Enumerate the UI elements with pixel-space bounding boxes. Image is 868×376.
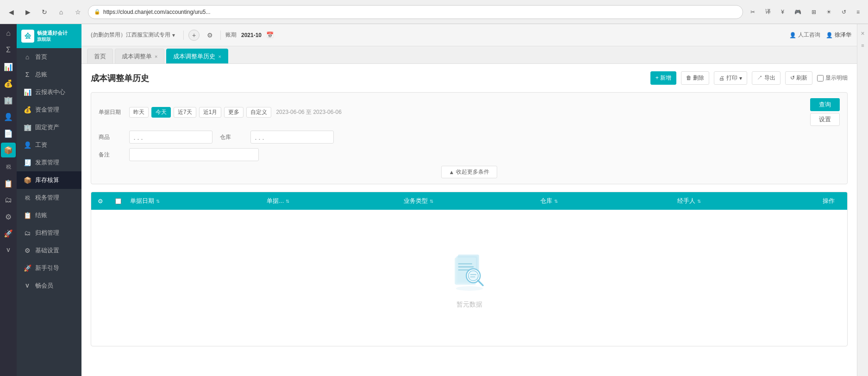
remark-input[interactable] [129,148,259,161]
iconbar-invoice[interactable]: 📄 [1,126,16,141]
topbar-settings-button[interactable]: ⚙ [204,31,216,40]
filter-row-remark: 备注 [99,148,840,161]
game-tool[interactable]: 🎮 [791,7,805,17]
iconbar-member[interactable]: V [1,243,16,257]
new-button[interactable]: + 新增 [650,71,676,85]
date-btn-today[interactable]: 今天 [151,107,171,118]
date-btn-custom[interactable]: 自定义 [246,107,271,118]
tab-bar: 首页 成本调整单 × 成本调整单历史 × [81,46,857,64]
sun-tool[interactable]: ☀ [823,7,835,17]
th-biz-type-label: 业务类型 [404,197,428,205]
company-selector[interactable]: (勿删勿禁用）江西服宝测试专用 ▾ [87,29,179,41]
th-checkbox[interactable] [110,198,126,204]
date-btn-yesterday[interactable]: 昨天 [129,107,149,118]
page-actions: + 新增 🗑 删除 🖨 打印 ▾ ↗ 导出 ↺ 刷新 显示明细 [650,71,848,85]
set-button[interactable]: 设置 [810,113,840,126]
th-warehouse[interactable]: 仓库 ⇅ [537,197,673,205]
forward-button[interactable]: ▶ [21,6,34,19]
print-dropdown-icon[interactable]: ▾ [739,75,742,81]
add-tab-button[interactable]: + [188,30,200,41]
th-handler[interactable]: 经手人 ⇅ [674,197,810,205]
iconbar-close-accounts[interactable]: 📋 [1,176,16,191]
reload-button[interactable]: ↻ [38,6,51,19]
right-panel-close-button[interactable]: × [859,28,866,39]
cut-tool[interactable]: ✂ [747,7,759,17]
sidebar-item-invoice[interactable]: 🧾 发票管理 [17,154,81,171]
right-panel-expand-button[interactable]: ≡ [859,41,866,50]
print-button[interactable]: 🖨 打印 ▾ [714,71,747,85]
url-text: https://cloud.chanjet.com/accounting/uru… [103,9,210,15]
refresh-button[interactable]: ↺ 刷新 [785,71,812,85]
iconbar-home[interactable]: ⌂ [1,26,16,41]
service-button[interactable]: 👤 人工咨询 [789,31,820,39]
calendar-icon[interactable]: 📅 [266,31,274,38]
date-btn-1month[interactable]: 近1月 [199,107,222,118]
sidebar-item-home[interactable]: ⌂ 首页 [17,48,81,66]
tab-cost-adjustment-history[interactable]: 成本调整单历史 × [166,49,228,63]
right-close-bar: × ≡ [857,24,868,376]
tab-home[interactable]: 首页 [87,49,113,63]
back-button[interactable]: ◀ [5,6,18,19]
iconbar-guide[interactable]: 🚀 [1,226,16,241]
sidebar-item-inventory[interactable]: 📦 库存核算 [17,171,81,189]
warehouse-filter-select[interactable]: ... [250,131,334,144]
sidebar-item-archive[interactable]: 🗂 归档管理 [17,224,81,242]
sidebar-item-payroll[interactable]: 👤 工资 [17,136,81,154]
redo-tool[interactable]: ↺ [838,7,850,17]
invoice-icon: 🧾 [23,159,31,166]
user-avatar[interactable]: 👤 徐泽华 [826,31,851,39]
th-date[interactable]: 单据日期 ⇅ [126,197,263,205]
th-handler-sort-icon: ⇅ [697,199,701,204]
sidebar-item-funds[interactable]: 💰 资金管理 [17,101,81,119]
th-biz-type[interactable]: 业务类型 ⇅ [400,197,537,205]
star-button[interactable]: ☆ [71,6,84,19]
sidebar-item-settings[interactable]: ⚙ 基础设置 [17,242,81,259]
iconbar-ledger[interactable]: Σ [1,43,16,57]
sidebar-label-invoice: 发票管理 [35,158,59,167]
date-btn-more[interactable]: 更多 [224,107,244,118]
translate-tool[interactable]: 译 [762,6,774,17]
select-all-checkbox[interactable] [115,198,121,204]
tab-cost-adjustment-close[interactable]: × [155,54,157,59]
iconbar-tax[interactable]: 税 [1,159,16,174]
sidebar-item-ledger[interactable]: Σ 总账 [17,66,81,83]
export-button[interactable]: ↗ 导出 [752,71,780,85]
iconbar-payroll[interactable]: 👤 [1,109,16,124]
home-button[interactable]: ⌂ [55,6,68,19]
grid-tool[interactable]: ⊞ [808,7,820,17]
topbar-right: 👤 人工咨询 👤 徐泽华 [789,31,851,39]
sidebar-item-tax[interactable]: 税 税务管理 [17,189,81,207]
th-doc-no[interactable]: 单据... ⇅ [263,197,400,205]
sidebar-item-assets[interactable]: 🏢 固定资产 [17,119,81,136]
tab-cost-adjustment[interactable]: 成本调整单 × [115,49,164,63]
product-filter-select[interactable]: ... [129,131,212,144]
tab-history-close[interactable]: × [218,54,221,59]
settings-gear-icon[interactable]: ⚙ [98,198,103,205]
sidebar-item-close-accounts[interactable]: 📋 结账 [17,207,81,224]
th-settings[interactable]: ⚙ [91,198,110,205]
show-cols-checkbox[interactable] [817,75,824,81]
iconbar-funds[interactable]: 💰 [1,76,16,91]
sidebar-label-member: 畅会员 [35,282,53,290]
sidebar-label-funds: 资金管理 [35,106,59,114]
page-content: 成本调整单历史 + 新增 🗑 删除 🖨 打印 ▾ ↗ 导出 ↺ 刷新 显示明细 [81,64,857,376]
delete-button[interactable]: 🗑 删除 [681,71,709,85]
search-button[interactable]: 查询 [810,98,840,111]
iconbar-reports[interactable]: 📊 [1,59,16,74]
date-btn-7days[interactable]: 近7天 [174,107,196,118]
collapse-button[interactable]: ▲ 收起更多条件 [441,166,498,178]
iconbar-assets[interactable]: 🏢 [1,93,16,107]
sidebar-item-reports[interactable]: 📊 云报表中心 [17,83,81,101]
warehouse-filter-label: 仓库 [220,133,243,141]
wallet-tool[interactable]: ¥ [777,7,788,17]
iconbar-inventory[interactable]: 📦 [1,143,16,157]
address-bar[interactable]: 🔒 https://cloud.chanjet.com/accounting/u… [88,5,743,19]
iconbar-settings[interactable]: ⚙ [1,209,16,224]
iconbar-archive[interactable]: 🗂 [1,193,16,207]
sidebar-item-guide[interactable]: 🚀 新手引导 [17,259,81,277]
show-cols-toggle[interactable]: 显示明细 [817,74,848,82]
print-icon: 🖨 [719,75,724,81]
menu-tool[interactable]: ≡ [853,7,863,17]
sidebar-item-member[interactable]: V 畅会员 [17,277,81,295]
table-container: ⚙ 单据日期 ⇅ 单据... ⇅ 业务类型 ⇅ [91,192,848,346]
